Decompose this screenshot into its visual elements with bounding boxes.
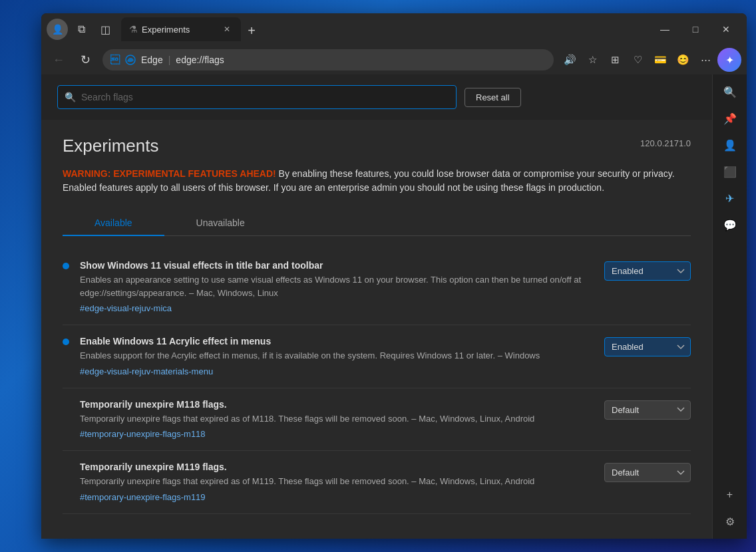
warning-text: WARNING: EXPERIMENTAL FEATURES AHEAD! By… — [63, 167, 691, 195]
flag-description: Enables support for the Acrylic effect i… — [80, 349, 594, 362]
sidebar-pin-button[interactable]: 📌 — [718, 106, 742, 130]
navigation-bar: ← ↻  Edge | edge://flags 🔊 ☆ ⊞ ♡ 💳 😊 ⋯ … — [41, 45, 747, 74]
flag-name: Temporarily unexpire M119 flags. — [80, 462, 594, 472]
page-content: 🔍 Reset all Experiments 120.0.2171.0 WAR… — [41, 74, 747, 539]
flag-description: Temporarily unexpire flags that expired … — [80, 475, 594, 488]
flag-info: Enable Windows 11 Acrylic effect in menu… — [80, 336, 594, 377]
search-input-wrapper[interactable]: 🔍 — [57, 85, 457, 109]
flag-info: Temporarily unexpire M119 flags. Tempora… — [80, 462, 594, 503]
flag-control: Default Enabled Disabled — [604, 400, 691, 420]
flag-description: Temporarily unexpire flags that expired … — [80, 412, 594, 426]
flag-item: Enable Windows 11 Acrylic effect in menu… — [63, 325, 691, 388]
page-title: Experiments — [63, 136, 159, 156]
flag-name: Temporarily unexpire M118 flags. — [80, 399, 594, 410]
flag-link[interactable]: #temporary-unexpire-flags-m119 — [80, 492, 206, 502]
address-text: edge://flags — [176, 55, 546, 65]
browser-essentials-button[interactable]: 😊 — [672, 49, 693, 70]
flag-control: Default Enabled Disabled — [604, 463, 691, 482]
close-button[interactable]: ✕ — [711, 19, 741, 40]
flag-description: Enables an appearance setting to use sam… — [80, 273, 594, 299]
window-controls-right: — □ ✕ — [650, 19, 741, 40]
flag-item: Temporarily unexpire M119 flags. Tempora… — [63, 451, 691, 514]
flag-info: Temporarily unexpire M118 flags. Tempora… — [80, 399, 594, 440]
tab-manager-icon[interactable]: ⧉ — [71, 19, 92, 40]
wallet-button[interactable]: 💳 — [650, 49, 671, 70]
page-tabs: Available Unavailable — [63, 211, 691, 236]
sidebar-add-button[interactable]: + — [718, 483, 742, 507]
tabs-area: ⚗ Experiments ✕ + — [121, 17, 650, 41]
tab-label: Experiments — [142, 25, 217, 35]
address-brand-name: Edge — [141, 55, 163, 65]
profile-avatar[interactable]: 👤 — [47, 19, 68, 40]
split-screen-button[interactable]: ⊞ — [604, 49, 626, 70]
tab-close-button[interactable]: ✕ — [221, 23, 233, 35]
flag-select[interactable]: Default Enabled Disabled — [604, 463, 691, 482]
flag-name: Show Windows 11 visual effects in title … — [80, 260, 594, 271]
main-content: 🔍 Reset all Experiments 120.0.2171.0 WAR… — [41, 74, 747, 539]
sidebar-messenger-button[interactable]: 💬 — [718, 213, 742, 237]
copilot-button[interactable]: ✦ — [717, 48, 741, 72]
flag-select[interactable]: Enabled Disabled Default — [604, 261, 691, 281]
reset-all-button[interactable]: Reset all — [465, 88, 521, 107]
tab-favicon: ⚗ — [129, 24, 138, 35]
browser-window: 👤 ⧉ ◫ ⚗ Experiments ✕ + — □ ✕ ← ↻  — [41, 13, 747, 539]
new-tab-button[interactable]: + — [241, 20, 262, 41]
tab-available[interactable]: Available — [63, 211, 164, 236]
window-controls-left: 👤 ⧉ ◫ — [47, 19, 116, 40]
flag-control: Enabled Disabled Default — [604, 261, 691, 281]
version-text: 120.0.2171.0 — [640, 138, 691, 148]
page-header: Experiments 120.0.2171.0 — [63, 136, 691, 156]
edge-brand-icon — [125, 55, 136, 65]
flag-item: Temporarily unexpire M118 flags. Tempora… — [63, 388, 691, 452]
search-input[interactable] — [81, 92, 449, 102]
back-button[interactable]: ← — [47, 48, 71, 72]
minimize-button[interactable]: — — [650, 19, 680, 40]
experiments-tab[interactable]: ⚗ Experiments ✕ — [121, 17, 241, 41]
sidebar-toggle-icon[interactable]: ◫ — [94, 19, 116, 40]
sidebar-search-button[interactable]: 🔍 — [718, 80, 742, 104]
flag-info: Show Windows 11 visual effects in title … — [80, 260, 594, 314]
flag-control: Enabled Disabled Default — [604, 337, 691, 356]
flag-dot — [63, 263, 69, 269]
favorites-button[interactable]: ☆ — [582, 49, 603, 70]
tab-unavailable[interactable]: Unavailable — [164, 211, 277, 236]
flag-name: Enable Windows 11 Acrylic effect in menu… — [80, 336, 594, 346]
flag-select[interactable]: Default Enabled Disabled — [604, 400, 691, 420]
maximize-button[interactable]: □ — [680, 19, 711, 40]
flag-select[interactable]: Enabled Disabled Default — [604, 337, 691, 356]
flag-link[interactable]: #edge-visual-rejuv-materials-menu — [80, 366, 213, 376]
search-icon: 🔍 — [65, 92, 76, 102]
collections-button[interactable]: ♡ — [627, 49, 648, 70]
flag-item: Show Windows 11 visual effects in title … — [63, 249, 691, 325]
read-aloud-button[interactable]: 🔊 — [559, 49, 580, 70]
sidebar-right: 🔍 📌 👤 ⬛ ✈ 💬 + ⚙ — [712, 74, 747, 539]
address-bar[interactable]:  Edge | edge://flags — [102, 49, 554, 70]
flag-link[interactable]: #temporary-unexpire-flags-m118 — [80, 429, 206, 439]
edge-logo-icon:  — [110, 55, 120, 65]
settings-more-button[interactable]: ⋯ — [695, 49, 716, 70]
flags-body: Experiments 120.0.2171.0 WARNING: EXPERI… — [41, 120, 712, 530]
title-bar: 👤 ⧉ ◫ ⚗ Experiments ✕ + — □ ✕ — [41, 13, 747, 45]
flag-link[interactable]: #edge-visual-rejuv-mica — [80, 303, 172, 313]
flag-dot — [63, 339, 69, 345]
warning-label: WARNING: EXPERIMENTAL FEATURES AHEAD! — [63, 168, 276, 179]
sidebar-settings-button[interactable]: ⚙ — [718, 509, 742, 533]
address-divider: | — [168, 55, 171, 65]
sidebar-outlook-button[interactable]: ⬛ — [718, 160, 742, 184]
refresh-button[interactable]: ↻ — [73, 48, 97, 72]
sidebar-profile-button[interactable]: 👤 — [718, 133, 742, 157]
search-area: 🔍 Reset all — [41, 74, 712, 120]
nav-icons-right: 🔊 ☆ ⊞ ♡ 💳 😊 ⋯ ✦ — [559, 48, 741, 72]
sidebar-telegram-button[interactable]: ✈ — [718, 186, 742, 210]
